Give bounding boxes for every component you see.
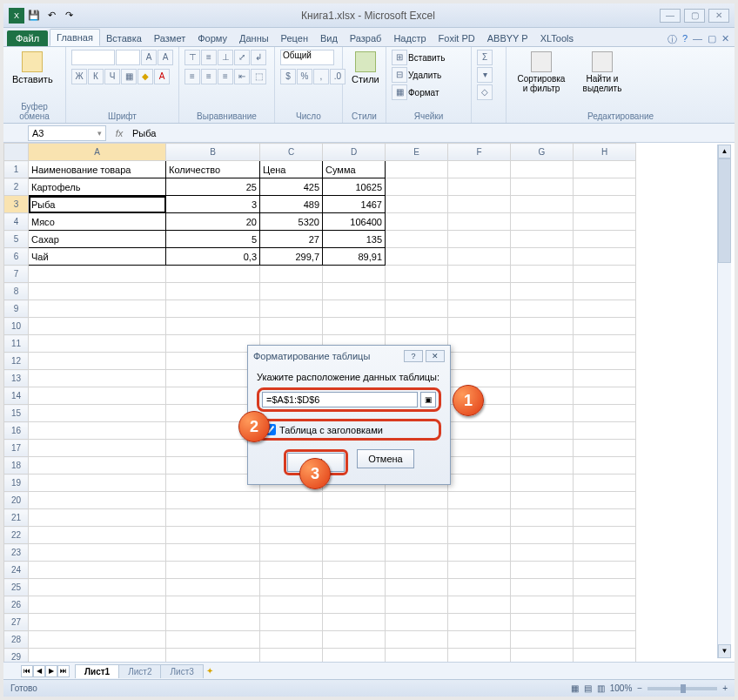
tab-developer[interactable]: Разраб [344, 30, 388, 46]
cell-F20[interactable] [448, 492, 511, 509]
cell-A19[interactable] [29, 475, 166, 492]
cell-B10[interactable] [166, 318, 260, 335]
cell-D26[interactable] [323, 596, 386, 614]
cell-F1[interactable] [448, 161, 511, 178]
cell-H1[interactable] [574, 161, 636, 178]
fill-icon[interactable]: ▾ [477, 67, 493, 83]
headers-checkbox-label[interactable]: Таблица с заголовками [279, 425, 383, 435]
cell-E28[interactable] [386, 631, 448, 649]
cell-B25[interactable] [166, 579, 260, 596]
row-header-23[interactable]: 23 [4, 544, 29, 562]
col-header-D[interactable]: D [323, 144, 386, 161]
row-header-28[interactable]: 28 [4, 631, 29, 649]
col-header-A[interactable]: A [29, 144, 166, 161]
cell-D4[interactable]: 106400 [323, 213, 386, 231]
cell-D9[interactable] [323, 300, 386, 318]
cell-G25[interactable] [511, 579, 574, 596]
cell-H17[interactable] [574, 440, 636, 457]
cell-B23[interactable] [166, 544, 260, 562]
cell-F18[interactable] [448, 457, 511, 475]
font-color-icon[interactable]: A [154, 69, 170, 84]
cell-A27[interactable] [29, 614, 166, 631]
cell-B13[interactable] [166, 370, 260, 387]
cell-D21[interactable] [323, 509, 386, 527]
cell-B29[interactable] [166, 649, 260, 663]
cell-B5[interactable]: 5 [166, 231, 260, 248]
cell-C28[interactable] [260, 631, 323, 649]
cell-F10[interactable] [448, 318, 511, 335]
cells-format-label[interactable]: Формат [408, 88, 439, 98]
cell-A7[interactable] [29, 266, 166, 283]
cell-F29[interactable] [448, 649, 511, 663]
cell-H20[interactable] [574, 492, 636, 509]
percent-icon[interactable]: % [297, 69, 312, 84]
cell-H19[interactable] [574, 475, 636, 492]
cell-G19[interactable] [511, 475, 574, 492]
cell-C4[interactable]: 5320 [260, 213, 323, 231]
maximize-button[interactable]: ▢ [684, 9, 705, 23]
cell-A2[interactable]: Картофель [29, 178, 166, 196]
tab-formulas[interactable]: Форму [191, 30, 233, 46]
cell-H9[interactable] [574, 300, 636, 318]
cell-D6[interactable]: 89,91 [323, 248, 386, 266]
cell-C20[interactable] [260, 492, 323, 509]
tab-foxit[interactable]: Foxit PD [433, 30, 481, 46]
cell-C1[interactable]: Цена [260, 161, 323, 178]
align-bottom-icon[interactable]: ⊥ [218, 50, 233, 65]
cell-E7[interactable] [386, 266, 448, 283]
file-tab[interactable]: Файл [7, 30, 48, 46]
cell-E27[interactable] [386, 614, 448, 631]
cell-F25[interactable] [448, 579, 511, 596]
cell-H15[interactable] [574, 405, 636, 422]
paste-button[interactable]: Вставить [9, 50, 57, 86]
range-input[interactable] [262, 392, 418, 407]
cell-G4[interactable] [511, 213, 574, 231]
cell-F16[interactable] [448, 422, 511, 440]
cell-B27[interactable] [166, 614, 260, 631]
merge-icon[interactable]: ⬚ [251, 69, 266, 84]
tab-review[interactable]: Рецен [275, 30, 314, 46]
cell-C9[interactable] [260, 300, 323, 318]
cell-C22[interactable] [260, 527, 323, 544]
clear-icon[interactable]: ◇ [477, 84, 493, 100]
align-middle-icon[interactable]: ≡ [201, 50, 217, 65]
cell-G27[interactable] [511, 614, 574, 631]
ribbon-help-icon[interactable]: ⓘ [668, 33, 677, 46]
cell-G24[interactable] [511, 562, 574, 579]
tab-insert[interactable]: Вставка [100, 30, 148, 46]
cell-E29[interactable] [386, 649, 448, 663]
cell-H24[interactable] [574, 562, 636, 579]
comma-icon[interactable]: , [313, 69, 329, 84]
row-header-13[interactable]: 13 [4, 370, 29, 387]
cell-E9[interactable] [386, 300, 448, 318]
cell-H29[interactable] [574, 649, 636, 663]
cell-H11[interactable] [574, 335, 636, 353]
row-header-15[interactable]: 15 [4, 405, 29, 422]
cell-G16[interactable] [511, 422, 574, 440]
cell-B20[interactable] [166, 492, 260, 509]
cell-F24[interactable] [448, 562, 511, 579]
name-box[interactable]: A3 [28, 125, 106, 141]
cell-G18[interactable] [511, 457, 574, 475]
border-icon[interactable]: ▦ [121, 69, 137, 84]
cell-H4[interactable] [574, 213, 636, 231]
cell-E24[interactable] [386, 562, 448, 579]
row-header-22[interactable]: 22 [4, 527, 29, 544]
row-header-3[interactable]: 3 [4, 196, 29, 213]
cell-A3[interactable]: Рыба [29, 196, 166, 213]
cell-G13[interactable] [511, 370, 574, 387]
sort-filter-button[interactable]: Сортировка и фильтр [512, 50, 571, 95]
cell-G28[interactable] [511, 631, 574, 649]
row-header-25[interactable]: 25 [4, 579, 29, 596]
redo-icon[interactable]: ↷ [61, 8, 77, 24]
cell-H7[interactable] [574, 266, 636, 283]
cell-B26[interactable] [166, 596, 260, 614]
cell-B14[interactable] [166, 387, 260, 405]
cell-A9[interactable] [29, 300, 166, 318]
cell-E23[interactable] [386, 544, 448, 562]
ribbon-help-icon-2[interactable]: ? [682, 33, 688, 46]
tab-abbyy[interactable]: ABBYY P [481, 30, 534, 46]
col-header-E[interactable]: E [386, 144, 448, 161]
cell-D2[interactable]: 10625 [323, 178, 386, 196]
cell-B28[interactable] [166, 631, 260, 649]
